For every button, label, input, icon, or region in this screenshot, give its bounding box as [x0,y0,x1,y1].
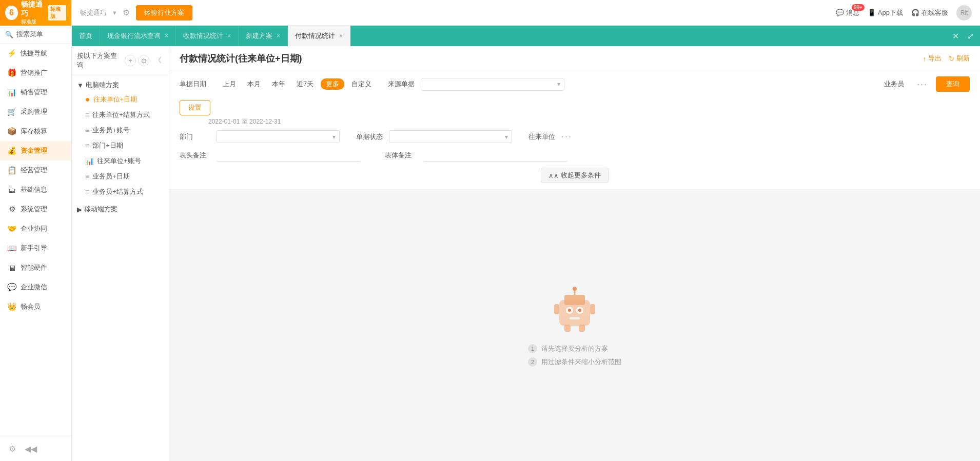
svg-point-12 [573,287,577,291]
sidebar-item-hardware[interactable]: 🖥 智能硬件 [0,258,71,277]
sidebar-search[interactable]: 🔍 搜索菜单 [0,26,71,44]
sidebar-item-purchase[interactable]: 🛒 采购管理 [0,102,71,122]
topbar-avatar[interactable]: Rit [956,5,972,21]
scheme-mobile-group[interactable]: ▶ 移动端方案 [72,203,169,216]
tip-num-1: 1 [528,344,537,353]
tab-payment-stats-close[interactable]: × [339,32,343,39]
scheme-item-salesman-account[interactable]: ≡ 业务员+账号 [72,123,169,138]
date-opt-more[interactable]: 更多 [321,78,344,90]
sidebar-item-label: 销售管理 [21,88,47,97]
trial-btn[interactable]: 体验行业方案 [136,5,192,21]
scheme-item-label: 业务员+账号 [92,126,130,135]
filter-table-body-note: 表体备注 [385,151,411,160]
sidebar-item-basic[interactable]: 🗂 基础信息 [0,180,71,199]
tab-bank-flow[interactable]: 现金银行流水查询 × [100,26,176,46]
chevron-right-icon: ▶ [77,206,82,213]
topbar-app-download[interactable]: 📱 App下载 [868,8,903,17]
scheme-add-icon[interactable]: + [125,55,136,66]
tab-receipt-stats[interactable]: 收款情况统计 × [176,26,239,46]
table-body-note-input[interactable] [424,149,567,162]
sidebar-item-sales[interactable]: 📊 销售管理 [0,83,71,102]
scheme-item-label: 往来单位+结算方式 [92,110,150,119]
query-button[interactable]: 查询 [936,76,970,92]
filter-salesman: 业务员 ··· [884,79,928,90]
refresh-btn[interactable]: ↻ 刷新 [949,54,970,63]
sidebar-item-enterprise[interactable]: 🤝 企业协同 [0,219,71,238]
sidebar-item-wechat[interactable]: 💬 企业微信 [0,277,71,297]
scheme-item-counterparty-settle[interactable]: ≡ 往来单位+结算方式 [72,107,169,123]
sidebar-item-finance[interactable]: 💰 资金管理 [0,141,71,161]
sidebar-item-operation[interactable]: 📋 经营管理 [0,161,71,180]
counterparty-dots[interactable]: ··· [561,131,572,142]
page-header: 付款情况统计(往来单位+日期) ↑ 导出 ↻ 刷新 [169,46,980,70]
tabbar: 首页 现金银行流水查询 × 收款情况统计 × 新建方案 × 付款情况统计 × ✕… [72,26,980,46]
sidebar-item-quick-nav[interactable]: ⚡ 快捷导航 [0,44,71,63]
topbar-message[interactable]: 💬 消息 99+ [836,8,859,17]
scheme-collapse-btn[interactable]: 《 [152,55,164,66]
sidebar-item-system[interactable]: ⚙ 系统管理 [0,199,71,219]
empty-tip-2: 2 用过滤条件来缩小分析范围 [528,357,621,367]
scheme-item-dept-date[interactable]: ≡ 部门+日期 [72,138,169,153]
tab-new-scheme-close[interactable]: × [277,32,280,39]
scheme-item-salesman-settle[interactable]: ≡ 业务员+结算方式 [72,184,169,199]
tab-bank-flow-close[interactable]: × [165,32,168,39]
sidebar-item-inventory[interactable]: 📦 库存核算 [0,122,71,141]
tab-receipt-stats-close[interactable]: × [227,32,231,39]
topbar-service[interactable]: 🎧 在线客服 [911,8,948,17]
date-options: 上月 本月 本年 近7天 更多 自定义 [219,78,376,90]
doc-status-label: 单据状态 [356,132,385,142]
logo-brand: 畅捷通巧 [21,0,47,18]
date-opt-this-year[interactable]: 本年 [268,78,289,90]
sidebar-item-vip[interactable]: 👑 畅会员 [0,297,71,316]
salesman-label: 业务员 [884,79,913,89]
tab-close-all-icon[interactable]: ✕ [950,31,961,41]
topbar-settings-icon[interactable]: ⚙ [123,8,130,17]
doc-status-select[interactable] [389,130,512,143]
settings-btn[interactable]: 设置 [180,100,210,115]
tab-home[interactable]: 首页 [72,26,100,46]
date-opt-last7days[interactable]: 近7天 [292,78,318,90]
tab-new-scheme[interactable]: 新建方案 × [239,26,288,46]
search-icon: 🔍 [5,31,13,38]
collapse-sidebar-icon[interactable]: ◀◀ [24,442,38,456]
salesman-dots[interactable]: ··· [917,79,928,90]
sidebar-item-label: 新手引导 [21,244,47,253]
sidebar-item-marketing[interactable]: 🎁 营销推广 [0,63,71,83]
svg-point-5 [578,309,581,312]
empty-illustration [544,285,605,336]
dept-select[interactable] [217,130,340,143]
source-doc-label: 来源单据 [388,79,417,89]
sidebar-item-label: 资金管理 [21,146,47,155]
collapse-conditions-btn[interactable]: ∧∧ 收起更多条件 [541,168,609,183]
svg-rect-6 [570,317,580,319]
scheme-desktop-title[interactable]: ▼ 电脑端方案 [72,78,169,92]
scheme-item-counterparty-date[interactable]: ● 往来单位+日期 [72,92,169,107]
collapse-conditions-row: ∧∧ 收起更多条件 [180,168,970,183]
source-doc-select[interactable] [421,78,564,91]
sidebar-item-label: 智能硬件 [21,263,47,272]
table-header-note-label: 表头备注 [180,151,208,160]
chevron-down-icon: ▼ [77,82,84,89]
filter-source-doc: 来源单据 ▾ [388,78,872,91]
empty-tip-1: 1 请先选择要分析的方案 [528,344,621,353]
settings-bottom-icon[interactable]: ⚙ [5,442,19,456]
sidebar-item-label: 基础信息 [21,185,47,194]
content-area: 按以下方案查询 + ⊙ 《 ▼ 电脑端方案 ● 往来单位+日期 ≡ 往 [72,46,980,461]
scheme-settings-icon[interactable]: ⊙ [138,55,149,66]
message-badge: 99+ [852,4,865,11]
tab-payment-stats[interactable]: 付款情况统计 × [288,26,350,46]
topbar-dropdown[interactable]: ▾ [113,9,116,16]
sidebar-item-guide[interactable]: 📖 新手引导 [0,238,71,258]
logo-sub: 标准版 [21,18,47,26]
scheme-item-label: 部门+日期 [92,141,123,150]
tab-expand-icon[interactable]: ⤢ [965,31,976,41]
date-opt-custom[interactable]: 自定义 [347,78,376,90]
sidebar-search-label: 搜索菜单 [16,30,43,39]
date-opt-this-month[interactable]: 本月 [243,78,265,90]
table-header-note-input[interactable] [217,149,360,162]
empty-state: 1 请先选择要分析的方案 2 用过滤条件来缩小分析范围 [528,285,621,367]
scheme-item-counterparty-account[interactable]: 📊 往来单位+账号 [72,153,169,169]
scheme-item-salesman-date[interactable]: ≡ 业务员+日期 [72,169,169,184]
export-btn[interactable]: ↑ 导出 [923,54,942,63]
date-opt-last-month[interactable]: 上月 [219,78,240,90]
